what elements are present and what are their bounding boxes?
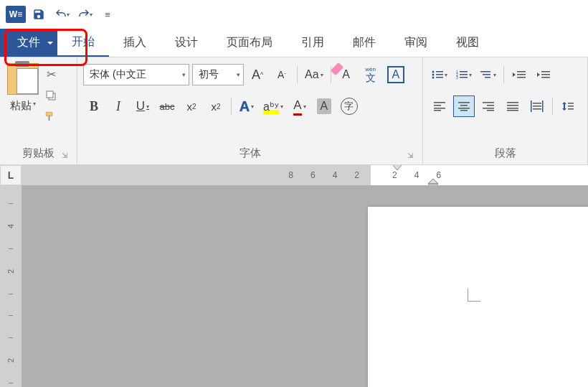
svg-rect-9 <box>460 71 468 73</box>
align-justify-button[interactable] <box>502 95 523 117</box>
svg-rect-37 <box>507 108 518 109</box>
svg-rect-30 <box>460 110 468 111</box>
paste-button[interactable]: 粘贴 ▾ <box>6 62 40 126</box>
svg-rect-13 <box>460 77 468 78</box>
svg-rect-25 <box>434 108 445 109</box>
svg-rect-22 <box>541 77 550 78</box>
subscript-button[interactable]: x2 <box>181 95 202 117</box>
svg-rect-11 <box>460 74 468 75</box>
group-label-font: 字体 ⇲ <box>83 144 417 164</box>
svg-rect-27 <box>458 102 470 103</box>
svg-rect-29 <box>458 108 470 109</box>
tab-home[interactable]: 开始 <box>57 29 109 57</box>
hanging-indent-marker[interactable] <box>428 177 438 185</box>
text-effects-button[interactable]: A▾ <box>236 95 257 117</box>
chevron-down-icon: ▾ <box>232 71 240 78</box>
redo-button[interactable]: ▾ <box>75 5 95 24</box>
highlight-button[interactable]: aᵇʸ▾ <box>260 95 286 117</box>
change-case-button[interactable]: Aa▾ <box>302 64 326 85</box>
cut-button[interactable]: ✂ <box>42 65 60 83</box>
svg-point-6 <box>432 77 435 79</box>
svg-rect-5 <box>436 74 443 75</box>
clipboard-dialog-launcher[interactable]: ⇲ <box>60 150 70 160</box>
enclose-char-button[interactable]: 字 <box>338 95 361 117</box>
tab-file[interactable]: 文件 <box>0 29 57 57</box>
numbering-button[interactable]: 123 ▾ <box>453 64 475 85</box>
undo-button[interactable]: ▾ <box>52 5 72 24</box>
align-left-button[interactable] <box>429 95 450 117</box>
font-color-button[interactable]: A▾ <box>289 95 310 117</box>
ribbon-tabs: 文件 开始 插入 设计 页面布局 引用 邮件 审阅 视图 <box>0 29 588 57</box>
save-button[interactable] <box>29 5 49 24</box>
svg-rect-1 <box>47 91 53 98</box>
svg-rect-23 <box>434 102 445 103</box>
svg-rect-32 <box>487 105 494 106</box>
char-shading-button[interactable]: A <box>313 95 335 117</box>
multilevel-list-button[interactable]: ▾ <box>478 64 499 85</box>
font-name-combo[interactable]: 宋体 (中文正▾ <box>83 64 189 85</box>
svg-rect-34 <box>487 110 494 111</box>
tab-insert[interactable]: 插入 <box>109 29 161 57</box>
svg-rect-20 <box>541 71 550 73</box>
align-distributed-button[interactable] <box>526 95 548 117</box>
svg-rect-45 <box>568 106 574 107</box>
decrease-indent-button[interactable] <box>508 64 530 85</box>
superscript-button[interactable]: x2 <box>205 95 227 117</box>
svg-rect-21 <box>541 74 550 75</box>
tab-design[interactable]: 设计 <box>161 29 212 57</box>
svg-rect-44 <box>568 103 574 104</box>
svg-rect-24 <box>434 105 441 106</box>
svg-rect-43 <box>533 108 541 110</box>
font-dialog-launcher[interactable]: ⇲ <box>405 150 415 160</box>
copy-button[interactable] <box>42 86 60 105</box>
svg-rect-33 <box>483 108 494 109</box>
first-line-indent-marker[interactable] <box>392 165 402 172</box>
tab-mailings[interactable]: 邮件 <box>338 29 390 57</box>
title-bar: W≡ ▾ ▾ ≡ <box>0 0 588 29</box>
svg-rect-7 <box>436 77 443 78</box>
format-painter-button[interactable] <box>42 108 60 126</box>
align-right-button[interactable] <box>478 95 499 117</box>
svg-rect-40 <box>542 101 544 112</box>
svg-rect-36 <box>507 105 518 106</box>
svg-rect-41 <box>533 103 541 104</box>
svg-rect-28 <box>460 105 468 106</box>
tab-selector[interactable]: L <box>0 165 22 185</box>
font-size-combo[interactable]: 初号▾ <box>192 64 244 85</box>
tab-references[interactable]: 引用 <box>287 29 338 57</box>
svg-rect-17 <box>517 71 526 73</box>
italic-button[interactable]: I <box>108 95 129 117</box>
clear-formatting-button[interactable]: A <box>336 64 357 85</box>
svg-point-4 <box>432 74 435 76</box>
tab-review[interactable]: 审阅 <box>390 29 442 57</box>
paste-label: 粘贴 <box>10 99 32 113</box>
line-spacing-button[interactable] <box>557 95 579 117</box>
tab-view[interactable]: 视图 <box>442 29 493 57</box>
svg-rect-26 <box>434 110 441 111</box>
underline-button[interactable]: U▾ <box>132 95 153 117</box>
chevron-down-icon: ▾ <box>178 71 186 78</box>
tab-layout[interactable]: 页面布局 <box>212 29 287 57</box>
svg-text:3: 3 <box>456 75 458 80</box>
svg-rect-3 <box>436 71 443 73</box>
qat-customize-button[interactable]: ≡ <box>98 5 118 24</box>
strikethrough-button[interactable]: abc <box>156 95 178 117</box>
align-center-button[interactable] <box>453 95 475 117</box>
app-logo-icon: W≡ <box>6 6 26 23</box>
svg-rect-31 <box>483 102 494 103</box>
increase-indent-button[interactable] <box>533 64 554 85</box>
phonetic-guide-button[interactable]: wén文 <box>360 64 381 85</box>
bold-button[interactable]: B <box>83 95 105 117</box>
shrink-font-button[interactable]: Aˇ <box>271 64 293 85</box>
ribbon: 粘贴 ▾ ✂ 剪贴板 ⇲ <box>0 57 588 165</box>
text-cursor-mark <box>468 289 480 302</box>
bullets-button[interactable]: ▾ <box>429 64 450 85</box>
grow-font-button[interactable]: A^ <box>247 64 268 85</box>
svg-rect-15 <box>483 74 490 75</box>
group-label-paragraph: 段落 <box>429 144 582 164</box>
svg-rect-14 <box>480 71 490 73</box>
chevron-down-icon: ▾ <box>33 101 36 107</box>
char-border-button[interactable]: A <box>384 64 408 85</box>
vertical-ruler[interactable]: 4 2 2 <box>0 185 22 387</box>
horizontal-ruler[interactable]: 8642 246 <box>22 165 588 185</box>
